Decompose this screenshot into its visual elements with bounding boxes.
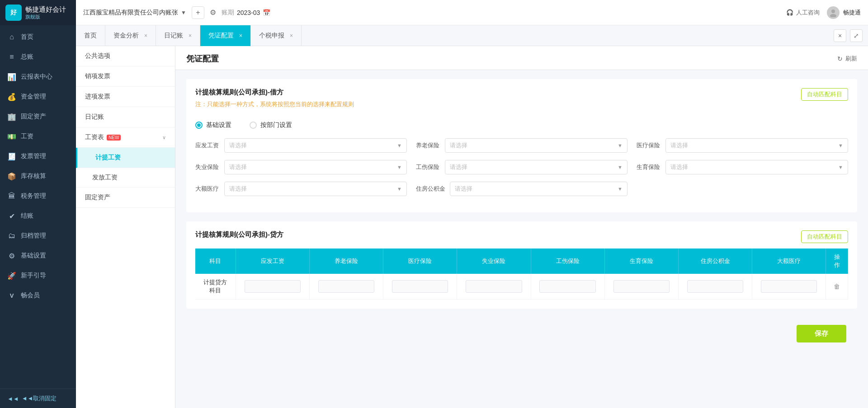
sidebar-item-label: 云报表中心	[21, 73, 52, 81]
sidebar-item-assets[interactable]: 🏢 固定资产	[0, 107, 76, 127]
tab-journal[interactable]: 日记账 ×	[156, 25, 200, 46]
sidebar-item-member[interactable]: V 畅会员	[0, 286, 76, 305]
user-menu[interactable]: 畅捷通	[827, 6, 861, 19]
form-row-daeyiliao: 大额医疗 请选择 ▼	[195, 182, 407, 196]
company-dropdown-icon[interactable]: ▼	[181, 9, 186, 16]
sidebar-item-label: 首页	[21, 33, 33, 41]
period-selector: 账期 2023-03 📅	[222, 9, 270, 17]
radio-dept[interactable]: 按部门设置	[250, 121, 292, 129]
debit-auto-match-button[interactable]: 自动匹配科目	[801, 88, 848, 101]
td-yingfa	[236, 274, 309, 300]
form-row-gongshang: 工伤保险 请选择 ▼	[416, 160, 627, 174]
sidebar-item-label: 结账	[21, 212, 33, 220]
service-button[interactable]: 🎧 人工咨询	[786, 9, 820, 17]
shengyu-placeholder: 请选择	[670, 163, 688, 171]
sidebar-item-home[interactable]: ⌂ 首页	[0, 27, 76, 47]
shengyu-arrow: ▼	[838, 164, 843, 170]
daeyiliao-arrow: ▼	[397, 186, 402, 192]
sidebar-item-label: 新手引导	[21, 272, 46, 280]
td-shiye	[457, 274, 531, 300]
gongjijin-select[interactable]: 请选择 ▼	[450, 182, 627, 196]
shiye-arrow: ▼	[397, 164, 402, 170]
unpin-label: ◄◄取消固定	[22, 394, 57, 403]
td-gongshang	[531, 274, 604, 300]
radio-basic[interactable]: 基础设置	[195, 121, 231, 129]
tab-home[interactable]: 首页	[76, 25, 105, 46]
tab-tax-report-close[interactable]: ×	[290, 33, 293, 39]
th-subject: 科目	[195, 249, 236, 274]
topbar-settings-icon[interactable]: ⚙	[210, 8, 216, 17]
daeyiliao-select[interactable]: 请选择 ▼	[224, 182, 407, 196]
close-tab-action[interactable]: ×	[834, 29, 846, 42]
credit-auto-match-button[interactable]: 自动匹配科目	[801, 230, 848, 243]
shengyu-label: 生育保险	[637, 163, 661, 171]
delete-icon[interactable]: 🗑	[834, 283, 840, 290]
left-panel-label: 固定资产	[85, 193, 110, 202]
table-header-row: 科目 应发工资 养老保险 医疗保险 失业保险 工伤保险 生育保险 住房公积金 大…	[195, 249, 848, 274]
input-shiye[interactable]	[466, 280, 522, 293]
save-button[interactable]: 保存	[797, 325, 846, 342]
sidebar-item-invoice[interactable]: 🧾 发票管理	[0, 146, 76, 166]
expand-tab-action[interactable]: ⤢	[850, 29, 863, 42]
sidebar-footer-toggle[interactable]: ◄◄ ◄◄取消固定	[0, 389, 76, 408]
daeyiliao-label: 大额医疗	[195, 185, 220, 193]
th-yanglao: 养老保险	[310, 249, 383, 274]
company-name: 江西服宝精品有限责任公司内账张	[83, 9, 178, 17]
tab-voucher-config-close[interactable]: ×	[239, 33, 242, 39]
input-yingfa[interactable]	[245, 280, 301, 293]
sidebar-item-archive[interactable]: 🗂 归档管理	[0, 226, 76, 246]
tab-journal-close[interactable]: ×	[189, 33, 192, 39]
user-name: 畅捷通	[843, 9, 861, 17]
form-row-yingfa: 应发工资 请选择 ▼	[195, 138, 407, 153]
sidebar-item-ledger[interactable]: ≡ 总账	[0, 47, 76, 67]
shiye-select[interactable]: 请选择 ▼	[224, 160, 407, 174]
right-content: 凭证配置 ↻ 刷新 计提核算规则(公司承担)-借方 注：只能选择一种方式，系统将…	[175, 46, 868, 408]
calendar-icon[interactable]: 📅	[263, 9, 270, 16]
left-panel-label: 销项发票	[85, 72, 110, 80]
left-panel-item-journal[interactable]: 日记账	[76, 107, 175, 127]
input-gongjijin[interactable]	[687, 280, 743, 293]
left-panel-item-salary-payment[interactable]: 发放工资	[76, 168, 175, 188]
gongjijin-arrow: ▼	[618, 186, 623, 192]
sidebar-item-capital[interactable]: 💰 资金管理	[0, 87, 76, 107]
tab-tax-report[interactable]: 个税申报 ×	[251, 25, 302, 46]
page-title: 凭证配置	[186, 53, 219, 64]
radio-basic-circle	[195, 122, 203, 129]
left-panel-item-salary-table[interactable]: 工资表NEW ∨	[76, 127, 175, 148]
sidebar-item-settings[interactable]: ⚙ 基础设置	[0, 246, 76, 266]
tab-voucher-config[interactable]: 凭证配置 ×	[200, 25, 251, 46]
gongshang-select[interactable]: 请选择 ▼	[445, 160, 627, 174]
left-panel-item-purchase-invoice[interactable]: 进项发票	[76, 87, 175, 107]
input-yanglao[interactable]	[318, 280, 374, 293]
company-selector[interactable]: 江西服宝精品有限责任公司内账张 ▼	[83, 9, 186, 17]
sidebar-item-salary[interactable]: 💵 工资	[0, 127, 76, 146]
sidebar-item-tax[interactable]: 🏛 税务管理	[0, 186, 76, 206]
sidebar-item-inventory[interactable]: 📦 库存核算	[0, 166, 76, 186]
yanglao-select[interactable]: 请选择 ▼	[445, 138, 627, 153]
sidebar-item-guide[interactable]: 🚀 新手引导	[0, 266, 76, 286]
yiliao-select[interactable]: 请选择 ▼	[665, 138, 848, 153]
input-shengyu[interactable]	[613, 280, 670, 293]
add-account-button[interactable]: +	[192, 6, 204, 19]
sidebar-item-report[interactable]: 📊 云报表中心	[0, 67, 76, 87]
left-panel-item-salary-accrual[interactable]: 计提工资	[76, 148, 175, 168]
sidebar-item-label: 畅会员	[21, 291, 40, 300]
left-panel-item-public[interactable]: 公共选项	[76, 46, 175, 66]
topbar-right: 🎧 人工咨询 畅捷通	[786, 6, 861, 19]
yingfa-placeholder: 请选择	[229, 141, 247, 150]
refresh-button[interactable]: ↻ 刷新	[837, 55, 857, 63]
new-badge: NEW	[107, 135, 121, 141]
tab-capital-analysis[interactable]: 资金分析 ×	[105, 25, 156, 46]
tab-capital-analysis-close[interactable]: ×	[144, 33, 147, 39]
left-panel-item-sales-invoice[interactable]: 销项发票	[76, 66, 175, 87]
input-daeyiliao[interactable]	[761, 280, 817, 293]
input-yiliao[interactable]	[392, 280, 448, 293]
gongjijin-placeholder: 请选择	[455, 185, 472, 193]
input-gongshang[interactable]	[539, 280, 595, 293]
salary-icon: 💵	[7, 132, 16, 141]
shengyu-select[interactable]: 请选择 ▼	[665, 160, 848, 174]
yingfa-select[interactable]: 请选择 ▼	[224, 138, 407, 153]
period-value[interactable]: 2023-03	[237, 9, 260, 16]
left-panel-item-fixed-assets[interactable]: 固定资产	[76, 188, 175, 208]
sidebar-item-close[interactable]: ✔ 结账	[0, 206, 76, 226]
